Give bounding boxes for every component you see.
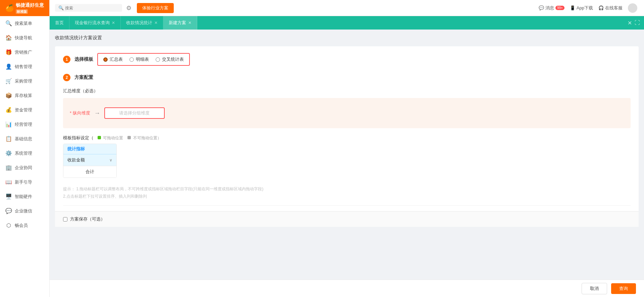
sidebar-item-label: 畅会员 <box>15 222 28 229</box>
sidebar-item-label: 智能硬件 <box>15 194 32 200</box>
tab-receipts-stat[interactable]: 收款情况统计 ✕ <box>121 16 163 30</box>
headset-icon: 🎧 <box>598 5 604 10</box>
sidebar-item-search-menu[interactable]: 🔍 搜索菜单 <box>0 16 49 31</box>
sidebar-item-sales[interactable]: 👤 销售管理 <box>0 59 49 74</box>
sidebar-item-label: 营销推广 <box>15 49 32 55</box>
metrics-title: 模板指标设定（ <box>63 135 94 140</box>
message-icon: 💬 <box>539 5 544 10</box>
book-icon: 📖 <box>5 179 12 185</box>
logo-icon: 🍊 <box>5 4 14 12</box>
sidebar-item-label: 资金管理 <box>15 107 32 113</box>
search-box[interactable]: 🔍 <box>55 4 122 12</box>
message-button[interactable]: 💬 消息 99+ <box>539 5 565 11</box>
user-avatar[interactable] <box>628 3 637 13</box>
search-icon: 🔍 <box>58 5 64 10</box>
tab-cash-bank[interactable]: 现金银行流水查询 ✕ <box>69 16 121 30</box>
dimension-select-button[interactable]: 请选择分组维度 <box>104 107 165 119</box>
tab-bar: 首页 现金银行流水查询 ✕ 收款情况统计 ✕ 新建方案 ✕ ✕ ⛶ <box>50 16 644 30</box>
metrics-cell-arrow-icon[interactable]: ∨ <box>109 158 112 162</box>
save-checkbox[interactable] <box>63 217 67 221</box>
step1-label: 选择模板 <box>74 56 93 62</box>
sidebar-logo: 🍊 畅捷通好生意 标准版 <box>0 0 49 16</box>
radio-detail[interactable]: 明细表 <box>129 56 149 62</box>
save-section: 方案保存（可选） <box>55 211 639 227</box>
sidebar-item-basic-info[interactable]: 📋 基础信息 <box>0 132 49 146</box>
tab-expand-icon[interactable]: ⛶ <box>635 20 640 26</box>
section-divider <box>63 205 631 206</box>
step2-header: 2 方案配置 <box>63 74 631 81</box>
download-label: App下载 <box>577 5 593 11</box>
download-button[interactable]: 📱 App下载 <box>570 5 593 11</box>
dimension-arrow-icon: → <box>94 110 100 117</box>
sidebar-item-system[interactable]: ⚙️ 系统管理 <box>0 146 49 160</box>
cancel-button[interactable]: 取消 <box>582 283 607 294</box>
sidebar-item-quick-nav[interactable]: 🏠 快捷导航 <box>0 31 49 45</box>
step1-badge: 1 <box>63 56 70 63</box>
radio-summary-label: 汇总表 <box>110 56 123 62</box>
search-menu-icon: 🔍 <box>5 20 12 27</box>
step2-badge: 2 <box>63 74 70 81</box>
sidebar-item-enterprise[interactable]: 🏢 企业协同 <box>0 160 49 175</box>
tab-home[interactable]: 首页 <box>50 16 69 30</box>
metrics-hint: 可拖动位置 不可拖动位置） <box>98 136 161 140</box>
user-icon: 👤 <box>5 63 12 70</box>
metrics-table-cell[interactable]: 收款金额 ∨ <box>63 154 116 166</box>
sidebar-item-label: 企业协同 <box>15 165 32 171</box>
summary-dim-title: 汇总维度（必选） <box>63 88 631 94</box>
draggable-dot <box>98 136 101 139</box>
radio-summary[interactable]: 汇总表 <box>103 56 123 62</box>
tab-actions: ✕ ⛶ <box>628 16 644 30</box>
building-icon: 🏢 <box>5 164 12 171</box>
tab-receipts-stat-close[interactable]: ✕ <box>154 20 158 25</box>
tab-cash-bank-close[interactable]: ✕ <box>112 20 115 25</box>
tips-section: 提示： 1.拖动标题栏可以调整布局，不可跨维度或指标区域拖动栏目字段(只能在同一… <box>63 186 631 200</box>
dimension-area: * 纵向维度 → 请选择分组维度 <box>63 98 631 128</box>
search-input[interactable] <box>65 6 112 10</box>
sidebar-item-label: 经营管理 <box>15 121 32 128</box>
query-button[interactable]: 查询 <box>611 283 636 294</box>
trial-button[interactable]: 体验行业方案 <box>137 3 174 13</box>
sidebar-item-label: 企业微信 <box>15 208 32 214</box>
step2-label: 方案配置 <box>74 75 93 81</box>
radio-summary-input[interactable] <box>103 57 108 62</box>
sidebar-item-member[interactable]: ⬡ 畅会员 <box>0 218 49 233</box>
sidebar-item-label: 快捷导航 <box>15 35 32 41</box>
radio-detail-input[interactable] <box>129 57 134 62</box>
gear-icon: ⚙️ <box>5 150 12 156</box>
sidebar-item-marketing[interactable]: 🎁 营销推广 <box>0 45 49 59</box>
save-label: 方案保存（可选） <box>70 216 105 222</box>
header-right: 💬 消息 99+ 📱 App下载 🎧 在线客服 <box>539 3 644 13</box>
template-options: 汇总表 明细表 交叉统计表 <box>97 53 190 66</box>
metrics-total-row: 合计 <box>63 166 116 178</box>
sidebar-item-label: 库存核算 <box>15 93 32 99</box>
sidebar-item-hardware[interactable]: 🖥️ 智能硬件 <box>0 189 49 204</box>
sidebar-item-wechat[interactable]: 💬 企业微信 <box>0 204 49 218</box>
sidebar-item-operations[interactable]: 📊 经营管理 <box>0 117 49 132</box>
settings-icon[interactable]: ⚙ <box>122 4 136 12</box>
config-panel: 1 选择模板 汇总表 明细表 交叉统计表 2 方案配置 <box>55 46 639 227</box>
radio-cross-input[interactable] <box>156 57 160 62</box>
sidebar-item-purchase[interactable]: 🛒 采购管理 <box>0 74 49 88</box>
draggable-label: 可拖动位置 <box>103 136 123 140</box>
hexagon-icon: ⬡ <box>5 222 12 229</box>
tab-close-all-icon[interactable]: ✕ <box>628 20 632 26</box>
message-label: 消息 <box>545 5 554 11</box>
sidebar-item-guide[interactable]: 📖 新手引导 <box>0 175 49 189</box>
header: 🔍 ⚙ 体验行业方案 💬 消息 99+ 📱 App下载 🎧 在线客服 <box>50 0 644 16</box>
tab-home-label: 首页 <box>55 20 64 26</box>
money-icon: 💰 <box>5 107 12 113</box>
service-button[interactable]: 🎧 在线客服 <box>598 5 623 11</box>
sidebar-item-inventory[interactable]: 📦 库存核算 <box>0 88 49 103</box>
app-name: 畅捷通好生意 <box>16 2 44 8</box>
sidebar-item-capital[interactable]: 💰 资金管理 <box>0 103 49 117</box>
summary-dim-section: 汇总维度（必选） * 纵向维度 → 请选择分组维度 <box>63 88 631 128</box>
page-title: 收款情况统计方案设置 <box>55 35 639 41</box>
monitor-icon: 🖥️ <box>5 193 12 200</box>
tab-new-plan-close[interactable]: ✕ <box>188 20 192 25</box>
phone-icon: 📱 <box>570 5 575 10</box>
message-badge: 99+ <box>555 6 565 10</box>
chart-icon: 📊 <box>5 121 12 128</box>
tab-new-plan[interactable]: 新建方案 ✕ <box>163 16 197 30</box>
radio-cross[interactable]: 交叉统计表 <box>156 56 184 62</box>
dimension-row: * 纵向维度 → 请选择分组维度 <box>70 107 165 119</box>
